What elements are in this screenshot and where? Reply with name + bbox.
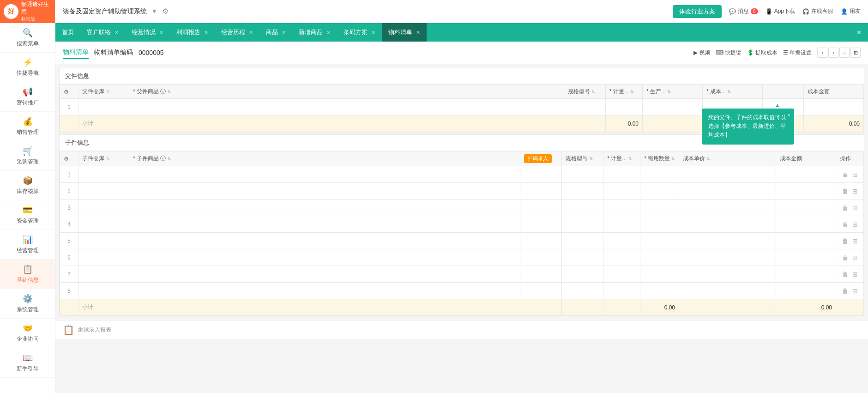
view-button[interactable]: ▶ 视频 [693, 49, 710, 57]
parent-produce-1[interactable] [643, 99, 703, 115]
tab-bom[interactable]: 物料清单 ✕ [382, 23, 427, 42]
sidebar-item-quick[interactable]: ⚡ 快捷导航 [0, 53, 55, 82]
child-scan-2[interactable] [520, 183, 562, 200]
tab-profit[interactable]: 利润报告 ✕ [170, 23, 215, 42]
child-scan-6[interactable] [520, 249, 562, 266]
tab-customer[interactable]: 客户联络 ✕ [80, 23, 125, 42]
child-unit-1[interactable] [603, 166, 640, 183]
child-spec-7[interactable] [562, 266, 603, 283]
child-amount-4[interactable] [776, 216, 836, 233]
sidebar-item-management[interactable]: 📊 经营管理 [0, 230, 55, 260]
child-product-6[interactable] [129, 249, 520, 266]
child-warehouse-3[interactable] [78, 200, 129, 216]
child-unit-2[interactable] [603, 183, 640, 200]
child-scan-3[interactable] [520, 200, 562, 216]
child-warehouse-5[interactable] [78, 233, 129, 249]
sidebar-item-search[interactable]: 🔍 搜索菜单 [0, 23, 55, 53]
th-parent-spec[interactable]: 规格型号 [564, 85, 606, 99]
tab-new-product-close[interactable]: ✕ [326, 30, 331, 36]
grid-view-button[interactable]: ⊞ [850, 48, 861, 58]
child-unitcost-4[interactable] [679, 216, 739, 233]
child-spec-1[interactable] [562, 166, 603, 183]
child-scan-5[interactable] [520, 233, 562, 249]
sidebar-item-purchase[interactable]: 🛒 采购管理 [0, 141, 55, 171]
sidebar-item-guide[interactable]: 📖 新手引导 [0, 348, 55, 378]
child-warehouse-2[interactable] [78, 183, 129, 200]
parent-warehouse-1[interactable] [78, 99, 129, 115]
child-product-7[interactable] [129, 266, 520, 283]
tab-operations[interactable]: 经营情况 ✕ [125, 23, 170, 42]
th-parent-product[interactable]: * 父件商品 ⓘ [129, 85, 564, 99]
child-spec-3[interactable] [562, 200, 603, 216]
child-warehouse-6[interactable] [78, 249, 129, 266]
child-product-3[interactable] [129, 200, 520, 216]
child-unitcost-8[interactable] [679, 283, 739, 299]
child-qty-1[interactable] [640, 166, 679, 183]
child-qty-2[interactable] [640, 183, 679, 200]
copy-icon-6[interactable]: ⊞ [852, 254, 858, 261]
child-unitcost-2[interactable] [679, 183, 739, 200]
delete-icon-2[interactable]: 🗑 [842, 187, 848, 195]
th-parent-settings[interactable]: ⚙ [60, 85, 78, 99]
sidebar-item-collab[interactable]: 🤝 企业协同 [0, 319, 55, 348]
child-unit-5[interactable] [603, 233, 640, 249]
tab-barcode[interactable]: 条码方案 ✕ [337, 23, 382, 42]
copy-icon-3[interactable]: ⊞ [852, 204, 858, 212]
child-scan-8[interactable] [520, 283, 562, 299]
tab-home[interactable]: 首页 [55, 23, 80, 42]
th-parent-unit[interactable]: * 计量... [606, 85, 643, 99]
sidebar-item-inventory[interactable]: 📦 库存核算 [0, 171, 55, 200]
copy-icon-4[interactable]: ⊞ [852, 221, 858, 228]
tab-new-product[interactable]: 新增商品 ✕ [292, 23, 337, 42]
child-unit-8[interactable] [603, 283, 640, 299]
settings-button[interactable]: ☰ 单据设置 [783, 49, 812, 57]
sidebar-item-finance[interactable]: 💳 资金管理 [0, 200, 55, 230]
add-row-icon[interactable]: 📋 [63, 324, 74, 335]
tab-profit-close[interactable]: ✕ [204, 30, 208, 36]
child-unitcost-1[interactable] [679, 166, 739, 183]
parent-amount-1[interactable] [804, 99, 864, 115]
tooltip-close-button[interactable]: × [787, 111, 790, 120]
child-unitcost-3[interactable] [679, 200, 739, 216]
delete-icon-3[interactable]: 🗑 [842, 204, 848, 212]
expand-icon[interactable]: ▼ [151, 8, 157, 15]
th-child-unitcost[interactable]: 成本单价 [679, 151, 739, 166]
child-amount-8[interactable] [776, 283, 836, 299]
shortcut-button[interactable]: ⌨ 快捷键 [716, 49, 741, 57]
sidebar-item-marketing[interactable]: 📢 营销推广 [0, 82, 55, 112]
th-child-qty[interactable]: * 需用数量 [640, 151, 679, 166]
child-qty-8[interactable] [640, 283, 679, 299]
child-unit-6[interactable] [603, 249, 640, 266]
tab-barcode-close[interactable]: ✕ [371, 30, 375, 36]
child-qty-5[interactable] [640, 233, 679, 249]
th-parent-cost[interactable]: * 成本... [703, 85, 763, 99]
child-product-4[interactable] [129, 216, 520, 233]
child-spec-6[interactable] [562, 249, 603, 266]
parent-spec-1[interactable] [564, 99, 606, 115]
th-child-unit[interactable]: * 计量... [603, 151, 640, 166]
delete-icon-8[interactable]: 🗑 [842, 287, 848, 295]
parent-unit-1[interactable] [606, 99, 643, 115]
child-scan-7[interactable] [520, 266, 562, 283]
prev-button[interactable]: ‹ [817, 48, 827, 58]
child-amount-3[interactable] [776, 200, 836, 216]
delete-icon-4[interactable]: 🗑 [842, 221, 848, 228]
sidebar-item-basic[interactable]: 📋 基础信息 [0, 260, 55, 289]
sidebar-item-sales[interactable]: 💰 销售管理 [0, 112, 55, 141]
tab-history-close[interactable]: ✕ [249, 30, 253, 36]
copy-icon-8[interactable]: ⊞ [852, 287, 858, 295]
copy-icon-5[interactable]: ⊞ [852, 237, 858, 245]
child-product-5[interactable] [129, 233, 520, 249]
child-spec-4[interactable] [562, 216, 603, 233]
list-view-button[interactable]: ≡ [839, 48, 850, 58]
child-spec-2[interactable] [562, 183, 603, 200]
child-scan-4[interactable] [520, 216, 562, 233]
delete-icon-6[interactable]: 🗑 [842, 254, 848, 261]
th-child-product[interactable]: * 子件商品 ⓘ [129, 151, 520, 166]
user-button[interactable]: 👤 用友 [841, 7, 861, 15]
child-unit-4[interactable] [603, 216, 640, 233]
child-warehouse-7[interactable] [78, 266, 129, 283]
tab-products-close[interactable]: ✕ [282, 30, 286, 36]
child-qty-3[interactable] [640, 200, 679, 216]
child-unitcost-7[interactable] [679, 266, 739, 283]
